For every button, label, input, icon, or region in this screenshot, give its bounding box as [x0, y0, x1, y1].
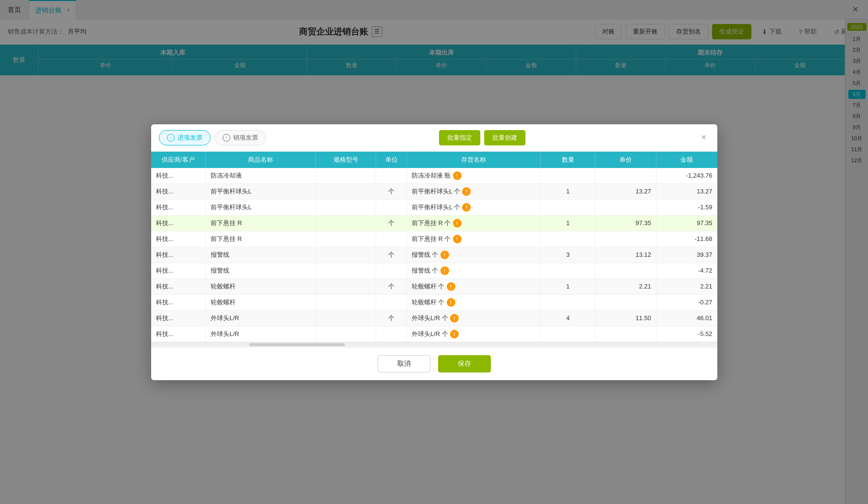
- table-row[interactable]: 科技... 外球头L/R 外球头L/R 个! -5.52: [151, 326, 717, 342]
- td-unit: 个: [376, 183, 406, 199]
- th-qty: 数量: [541, 152, 595, 168]
- table-row[interactable]: 科技... 前下悬挂 R 个 前下悬挂 R 个! 1 97.35 97.35: [151, 215, 717, 231]
- td-product: 轮毂螺杆: [206, 294, 315, 310]
- stock-name-text: 外球头L/R 个: [412, 330, 448, 337]
- td-price: [595, 326, 656, 342]
- td-qty: 3: [541, 247, 595, 263]
- td-stock: 报警线 个!: [406, 247, 540, 263]
- td-unit: 个: [376, 278, 406, 294]
- warning-icon: !: [450, 314, 459, 323]
- stock-name-text: 前下悬挂 R 个: [412, 235, 451, 242]
- td-supplier: 科技...: [151, 168, 206, 184]
- td-amount: -1,243.76: [656, 168, 717, 184]
- td-stock: 前平衡杆球头L 个!: [406, 199, 540, 215]
- td-stock: 轮毂螺杆 个!: [406, 278, 540, 294]
- tab-outbound-invoice[interactable]: ↑ 销项发票: [214, 130, 266, 145]
- table-row[interactable]: 科技... 防冻冷却液 防冻冷却液 瓶! -1,243.76: [151, 168, 717, 184]
- td-spec: [315, 326, 376, 342]
- td-spec: [315, 199, 376, 215]
- td-price: 97.35: [595, 215, 656, 231]
- table-row[interactable]: 科技... 外球头L/R 个 外球头L/R 个! 4 11.50 46.01: [151, 310, 717, 326]
- dialog-top-actions: 批量指定 批量创建: [439, 130, 525, 145]
- td-unit: [376, 294, 406, 310]
- td-amount: -11.68: [656, 231, 717, 247]
- modal-overlay: ↓ 进项发票 ↑ 销项发票 批量指定 批量创建 × 供应商/客户 商品名称 规格: [0, 0, 868, 504]
- table-row[interactable]: 科技... 前平衡杆球头L 前平衡杆球头L 个! -1.59: [151, 199, 717, 215]
- stock-name-text: 报警线 个: [412, 267, 439, 274]
- table-row[interactable]: 科技... 轮毂螺杆 轮毂螺杆 个! -0.27: [151, 294, 717, 310]
- td-stock: 外球头L/R 个!: [406, 326, 540, 342]
- td-amount: 97.35: [656, 215, 717, 231]
- td-qty: 1: [541, 183, 595, 199]
- tab-inbound-invoice[interactable]: ↓ 进项发票: [159, 130, 211, 145]
- td-spec: [315, 183, 376, 199]
- td-stock: 前平衡杆球头L 个!: [406, 183, 540, 199]
- th-unit: 单位: [376, 152, 406, 168]
- td-product: 外球头L/R: [206, 326, 315, 342]
- dialog-footer: 取消 保存: [151, 347, 717, 380]
- inbound-tab-icon: ↓: [167, 134, 175, 142]
- batch-create-button[interactable]: 批量创建: [484, 130, 525, 145]
- th-amount: 金额: [656, 152, 717, 168]
- stock-name-text: 报警线 个: [412, 251, 439, 258]
- td-stock: 前下悬挂 R 个!: [406, 215, 540, 231]
- warning-icon: !: [462, 203, 471, 212]
- cancel-button[interactable]: 取消: [378, 355, 430, 372]
- warning-icon: !: [450, 330, 459, 338]
- th-stock: 存货名称: [406, 152, 540, 168]
- td-stock: 报警线 个!: [406, 263, 540, 278]
- td-qty: [541, 294, 595, 310]
- td-spec: [315, 231, 376, 247]
- td-product: 前平衡杆球头L: [206, 183, 315, 199]
- td-unit: 个: [376, 215, 406, 231]
- th-product: 商品名称: [206, 152, 315, 168]
- table-row[interactable]: 科技... 前平衡杆球头L 个 前平衡杆球头L 个! 1 13.27 13.27: [151, 183, 717, 199]
- td-spec: [315, 294, 376, 310]
- h-scroll-thumb[interactable]: [249, 343, 345, 346]
- save-button[interactable]: 保存: [438, 355, 491, 372]
- table-row[interactable]: 科技... 报警线 报警线 个! -4.72: [151, 263, 717, 278]
- td-spec: [315, 278, 376, 294]
- td-qty: 1: [541, 215, 595, 231]
- horizontal-scrollbar[interactable]: [151, 342, 717, 347]
- td-amount: 39.37: [656, 247, 717, 263]
- td-qty: [541, 326, 595, 342]
- td-supplier: 科技...: [151, 263, 206, 278]
- td-product: 前下悬挂 R: [206, 215, 315, 231]
- warning-icon: !: [447, 298, 455, 307]
- td-supplier: 科技...: [151, 310, 206, 326]
- td-unit: [376, 199, 406, 215]
- td-spec: [315, 247, 376, 263]
- table-row[interactable]: 科技... 前下悬挂 R 前下悬挂 R 个! -11.68: [151, 231, 717, 247]
- td-amount: -1.59: [656, 199, 717, 215]
- warning-icon: !: [440, 251, 449, 259]
- td-qty: 1: [541, 278, 595, 294]
- dialog-close-button[interactable]: ×: [698, 132, 710, 144]
- table-row[interactable]: 科技... 轮毂螺杆 个 轮毂螺杆 个! 1 2.21 2.21: [151, 278, 717, 294]
- warning-icon: !: [440, 266, 449, 275]
- td-product: 外球头L/R: [206, 310, 315, 326]
- td-spec: [315, 310, 376, 326]
- invoice-table: 供应商/客户 商品名称 规格型号 单位 存货名称 数量 单价 金额 科技... …: [151, 152, 717, 342]
- th-price: 单价: [595, 152, 656, 168]
- stock-name-text: 前下悬挂 R 个: [412, 219, 451, 227]
- batch-assign-button[interactable]: 批量指定: [439, 130, 480, 145]
- dialog-table-scroll[interactable]: 供应商/客户 商品名称 规格型号 单位 存货名称 数量 单价 金额 科技... …: [151, 152, 717, 342]
- td-supplier: 科技...: [151, 215, 206, 231]
- th-spec: 规格型号: [315, 152, 376, 168]
- td-spec: [315, 263, 376, 278]
- td-supplier: 科技...: [151, 183, 206, 199]
- warning-icon: !: [453, 219, 462, 228]
- td-unit: [376, 263, 406, 278]
- outbound-tab-icon: ↑: [223, 134, 230, 142]
- dialog-header: ↓ 进项发票 ↑ 销项发票 批量指定 批量创建 ×: [151, 124, 717, 152]
- td-qty: [541, 168, 595, 184]
- td-unit: 个: [376, 310, 406, 326]
- stock-name-text: 外球头L/R 个: [412, 314, 448, 322]
- warning-icon: !: [453, 235, 462, 243]
- invoice-dialog: ↓ 进项发票 ↑ 销项发票 批量指定 批量创建 × 供应商/客户 商品名称 规格: [151, 124, 717, 380]
- td-qty: 4: [541, 310, 595, 326]
- td-product: 前下悬挂 R: [206, 231, 315, 247]
- table-row[interactable]: 科技... 报警线 个 报警线 个! 3 13.12 39.37: [151, 247, 717, 263]
- td-amount: -0.27: [656, 294, 717, 310]
